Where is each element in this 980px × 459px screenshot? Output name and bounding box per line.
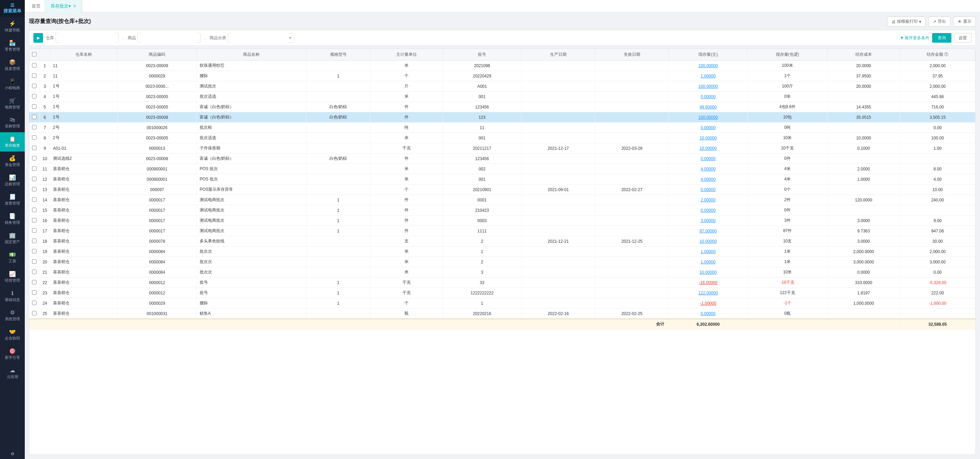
cell-checkbox[interactable] [29, 112, 40, 123]
cell-qty-main[interactable]: 1.00000 [669, 247, 748, 257]
warehouse-input[interactable] [59, 33, 116, 43]
sidebar-item-quick-nav[interactable]: ⚡ 快捷导航 [0, 17, 25, 36]
cell-qty-main[interactable]: 10.00000 [669, 143, 748, 154]
sidebar-item-mini-ec[interactable]: 📱 小程电商 [0, 75, 25, 94]
sidebar-item-inventory[interactable]: 📋 库存核查 [0, 132, 25, 151]
filter-expand-button[interactable]: ▶ [33, 33, 43, 43]
cell-qty-main[interactable]: 1.00000 [669, 71, 748, 81]
print-button[interactable]: 🖨 按模板打印 ▾ [887, 16, 926, 27]
cell-index: 13 [40, 185, 50, 195]
cell-qty-main[interactable]: 0.00000 [669, 309, 748, 319]
cell-checkbox[interactable] [29, 164, 40, 174]
sidebar-item-new-guide[interactable]: 🎯 新手引导 [0, 344, 25, 363]
sidebar-item-operation[interactable]: 📈 经营管理 [0, 267, 25, 287]
tab-home[interactable]: 首页 [27, 0, 45, 13]
tab-inventory-batch[interactable]: 库存批次▾ ✕ [45, 0, 82, 13]
cell-qty-main[interactable]: 0.00000 [669, 154, 748, 164]
cell-qty-main[interactable]: 4.00000 [669, 164, 748, 174]
cell-checkbox[interactable] [29, 123, 40, 133]
cell-checkbox[interactable] [29, 185, 40, 195]
cell-checkbox[interactable] [29, 236, 40, 247]
table-row: 12 喜喜稻仓 000900001 POS 批次 米 001 4.00000 4… [29, 174, 975, 185]
sidebar-item-payroll[interactable]: 💵 工资 [0, 248, 25, 267]
tab-close-button[interactable]: ✕ [73, 4, 76, 9]
export-button[interactable]: ↗ 导出 [928, 16, 950, 27]
cell-qty-main[interactable]: 122.00000 [669, 288, 748, 298]
cell-qty-main[interactable]: 10.00000 [669, 267, 748, 277]
cell-qty-main[interactable]: 4.00000 [669, 174, 748, 185]
sidebar-item-tax[interactable]: 📑 税务管理 [0, 209, 25, 229]
cell-checkbox[interactable] [29, 298, 40, 309]
sidebar-settings-button[interactable]: ⚙ [0, 449, 25, 459]
cell-qty-main[interactable]: 100.00000 [669, 81, 748, 92]
cell-checkbox[interactable] [29, 92, 40, 102]
cell-checkbox[interactable] [29, 81, 40, 92]
cell-checkbox[interactable] [29, 309, 40, 319]
show-button[interactable]: 👁 显示 [953, 16, 976, 27]
cell-goods-name: 测试电商批次 [197, 205, 306, 215]
cell-qty-main[interactable]: 3.00000 [669, 215, 748, 226]
search-button[interactable]: 查询 [932, 33, 951, 43]
sidebar-item-retail[interactable]: 🏪 零售管理 [0, 36, 25, 56]
cell-qty-main[interactable]: 0.00000 [669, 92, 748, 102]
cell-qty-main[interactable]: -1.00000 [669, 298, 748, 309]
sidebar-item-cloud[interactable]: ☁ 云应用 [0, 363, 25, 383]
cell-spec [306, 309, 371, 319]
cell-checkbox[interactable] [29, 215, 40, 226]
cell-checkbox[interactable] [29, 205, 40, 215]
cell-checkbox[interactable] [29, 247, 40, 257]
cell-qty-main[interactable]: 100.00000 [669, 112, 748, 123]
sidebar-search[interactable]: ☰ 搜索菜单 [0, 0, 25, 17]
sidebar-item-fixed-assets[interactable]: 🏢 固定资产 [0, 229, 25, 248]
warehouse-filter-input[interactable] [56, 33, 119, 43]
cell-qty-stock: 4米 [748, 174, 827, 185]
cell-checkbox[interactable] [29, 102, 40, 112]
sidebar-item-summary[interactable]: 📊 总账管理 [0, 171, 25, 190]
cell-qty-main[interactable]: 0.00000 [669, 185, 748, 195]
sidebar-item-purchase[interactable]: 🛍 采购管理 [0, 113, 25, 132]
cell-checkbox[interactable] [29, 257, 40, 267]
category-filter-input[interactable]: ▾ [228, 33, 294, 43]
cell-checkbox[interactable] [29, 174, 40, 185]
category-input[interactable] [231, 33, 288, 43]
cell-warehouse: 喜喜稻仓 [50, 309, 118, 319]
cell-checkbox[interactable] [29, 61, 40, 71]
cell-exp-date [595, 277, 669, 288]
cell-qty-main[interactable]: 87.00000 [669, 226, 748, 236]
cell-prod-date: 2022-02-16 [522, 309, 595, 319]
settings-filter-button[interactable]: 设置 [954, 33, 971, 43]
cell-goods-code: 0000029 [118, 298, 197, 309]
cell-checkbox[interactable] [29, 226, 40, 236]
expand-conditions-button[interactable]: ▼ 展开更多条件 [900, 35, 929, 41]
cell-checkbox[interactable] [29, 288, 40, 298]
cell-qty-main[interactable]: 0.00000 [669, 123, 748, 133]
cell-qty-main[interactable]: 49.60000 [669, 102, 748, 112]
goods-filter-input[interactable] [137, 33, 201, 43]
inventory-icon: 📋 [0, 135, 25, 142]
goods-input[interactable] [140, 33, 197, 43]
cell-qty-main[interactable]: 1.00000 [669, 257, 748, 267]
cell-batch: 3 [443, 267, 522, 277]
cell-checkbox[interactable] [29, 154, 40, 164]
cell-checkbox[interactable] [29, 71, 40, 81]
cell-qty-main[interactable]: -16.00000 [669, 277, 748, 288]
cell-qty-main[interactable]: 100.00000 [669, 61, 748, 71]
cell-checkbox[interactable] [29, 277, 40, 288]
cell-checkbox[interactable] [29, 133, 40, 143]
sidebar-item-sys-mgmt[interactable]: ⚙ 系统管理 [0, 306, 25, 325]
cell-checkbox[interactable] [29, 195, 40, 205]
cell-qty-main[interactable]: 10.00000 [669, 236, 748, 247]
cell-qty-main[interactable]: 2.00000 [669, 195, 748, 205]
sidebar-item-wholesale[interactable]: 📦 批发管理 [0, 56, 25, 75]
sidebar-item-finance[interactable]: 💰 资金管理 [0, 151, 25, 171]
select-all-checkbox[interactable] [32, 52, 37, 56]
cell-checkbox[interactable] [29, 143, 40, 154]
sidebar-item-collab[interactable]: 🤝 企业协同 [0, 325, 25, 344]
cell-qty-main[interactable]: 0.00000 [669, 205, 748, 215]
sidebar-item-ec[interactable]: 🛒 电商管理 [0, 94, 25, 113]
category-dropdown-icon[interactable]: ▾ [289, 35, 291, 40]
cell-qty-main[interactable]: 10.00000 [669, 133, 748, 143]
sidebar-item-basic-info[interactable]: ℹ 基础信息 [0, 287, 25, 306]
sidebar-item-invoice[interactable]: 🧾 发票管理 [0, 190, 25, 209]
cell-checkbox[interactable] [29, 267, 40, 277]
